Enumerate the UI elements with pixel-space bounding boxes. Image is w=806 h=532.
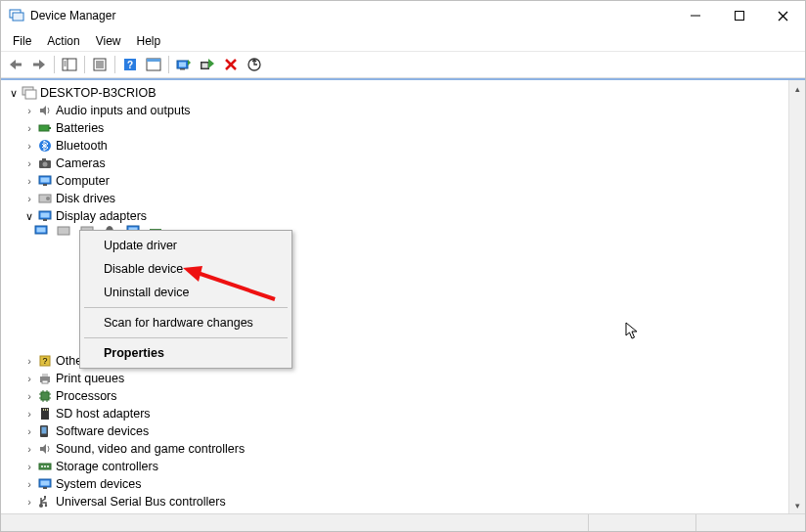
ctx-disable-device[interactable]: Disable device — [82, 257, 290, 281]
toolbar-separator — [54, 56, 55, 73]
maximize-button[interactable] — [717, 1, 761, 30]
category-disk-drives[interactable]: › Disk drives — [3, 190, 787, 207]
category-processors[interactable]: › Processors — [3, 387, 787, 405]
svg-rect-65 — [42, 427, 47, 434]
show-hide-console-tree-button[interactable] — [59, 54, 80, 75]
svg-rect-33 — [39, 125, 49, 131]
menu-view[interactable]: View — [88, 32, 129, 50]
scroll-down-button[interactable]: ▾ — [789, 497, 805, 513]
camera-icon — [37, 155, 53, 171]
category-sd-host-adapters[interactable]: › SD host adapters — [3, 405, 787, 422]
ctx-scan-hardware[interactable]: Scan for hardware changes — [82, 311, 290, 334]
expand-icon[interactable]: › — [22, 389, 36, 403]
svg-rect-71 — [41, 481, 50, 486]
expand-icon[interactable]: › — [22, 121, 36, 135]
ctx-properties[interactable]: Properties — [82, 341, 290, 365]
category-storage-controllers[interactable]: › Storage controllers — [3, 458, 787, 475]
category-batteries[interactable]: › Batteries — [3, 119, 787, 137]
category-bluetooth[interactable]: › Bluetooth — [3, 137, 787, 155]
category-label: Cameras — [56, 155, 112, 172]
window-title: Device Manager — [30, 9, 115, 22]
battery-icon — [37, 120, 53, 136]
bluetooth-icon — [37, 138, 53, 154]
root-label: DESKTOP-B3CRIOB — [40, 84, 162, 102]
svg-text:?: ? — [127, 60, 133, 70]
category-print-queues[interactable]: › Print queues — [3, 370, 787, 387]
expand-icon[interactable]: › — [22, 424, 36, 438]
svg-rect-45 — [41, 213, 50, 218]
other-devices-icon: ? — [37, 353, 53, 369]
properties-button[interactable] — [89, 54, 111, 75]
help-button[interactable]: ? — [119, 54, 141, 75]
svg-rect-34 — [49, 127, 51, 129]
title-bar: Device Manager — [1, 1, 805, 30]
vertical-scrollbar[interactable]: ▴ ▾ — [788, 80, 805, 513]
svg-rect-52 — [41, 392, 49, 400]
svg-rect-9 — [63, 59, 76, 70]
expand-icon[interactable]: › — [22, 354, 36, 368]
expand-icon[interactable]: ∨ — [7, 86, 21, 100]
category-label: Audio inputs and outputs — [56, 102, 197, 119]
update-driver-button[interactable] — [173, 54, 195, 75]
ctx-separator — [84, 337, 288, 338]
toolbar-separator — [168, 56, 169, 73]
menu-action[interactable]: Action — [39, 32, 87, 50]
close-button[interactable] — [761, 1, 805, 30]
expand-icon[interactable]: › — [22, 174, 36, 188]
category-label: Storage controllers — [56, 458, 164, 475]
expand-icon[interactable]: › — [22, 460, 36, 473]
category-system-devices[interactable]: › System devices — [3, 475, 787, 493]
category-software-devices[interactable]: › Software devices — [3, 422, 787, 440]
svg-rect-50 — [42, 374, 48, 377]
back-button[interactable] — [5, 54, 26, 75]
svg-point-68 — [44, 466, 46, 467]
action-button[interactable] — [143, 54, 164, 75]
expand-icon[interactable]: › — [22, 104, 36, 117]
collapse-icon[interactable]: ∨ — [22, 209, 36, 223]
expand-icon[interactable]: › — [22, 156, 36, 170]
svg-rect-24 — [179, 63, 186, 67]
sound-icon — [37, 441, 53, 457]
expand-icon[interactable]: › — [22, 495, 36, 509]
expand-icon[interactable]: › — [22, 442, 36, 456]
scroll-up-button[interactable]: ▴ — [789, 80, 805, 97]
sd-icon — [37, 406, 53, 421]
software-device-icon — [37, 423, 53, 439]
svg-rect-27 — [202, 64, 208, 68]
cpu-icon — [37, 388, 53, 404]
category-label: Computer — [56, 172, 115, 190]
category-cameras[interactable]: › Cameras — [3, 155, 787, 172]
category-label: Processors — [56, 387, 123, 405]
category-label: SD host adapters — [56, 405, 157, 422]
svg-rect-2 — [14, 14, 22, 20]
menu-help[interactable]: Help — [129, 32, 169, 50]
minimize-button[interactable] — [673, 1, 717, 30]
expand-icon[interactable]: › — [22, 372, 36, 385]
svg-rect-62 — [45, 409, 46, 411]
svg-rect-72 — [43, 487, 47, 489]
expand-icon[interactable]: › — [22, 477, 36, 491]
svg-rect-4 — [735, 12, 743, 21]
enable-device-button[interactable] — [197, 54, 218, 75]
category-audio[interactable]: › Audio inputs and outputs — [3, 102, 787, 119]
expand-icon[interactable]: › — [22, 139, 36, 153]
category-sound-video-game-controllers[interactable]: › Sound, video and game controllers — [3, 440, 787, 458]
category-label: Universal Serial Bus controllers — [56, 493, 232, 510]
storage-controller-icon — [37, 459, 53, 474]
printer-icon — [37, 371, 53, 386]
expand-icon[interactable]: › — [22, 192, 36, 205]
category-computer[interactable]: › Computer — [3, 172, 787, 190]
ctx-update-driver[interactable]: Update driver — [82, 234, 290, 257]
root-node[interactable]: ∨ DESKTOP-B3CRIOB — [3, 84, 787, 102]
menu-file[interactable]: File — [5, 32, 39, 50]
svg-rect-74 — [44, 496, 46, 498]
usb-icon — [37, 494, 53, 510]
ctx-uninstall-device[interactable]: Uninstall device — [82, 281, 290, 304]
scan-hardware-changes-button[interactable] — [244, 54, 265, 75]
expand-icon[interactable]: › — [22, 407, 36, 421]
uninstall-device-button[interactable] — [220, 54, 242, 75]
category-usb-controllers[interactable]: › Universal Serial Bus controllers — [3, 493, 787, 510]
ctx-separator — [84, 307, 288, 308]
svg-rect-8 — [33, 64, 39, 66]
forward-button[interactable] — [28, 54, 50, 75]
